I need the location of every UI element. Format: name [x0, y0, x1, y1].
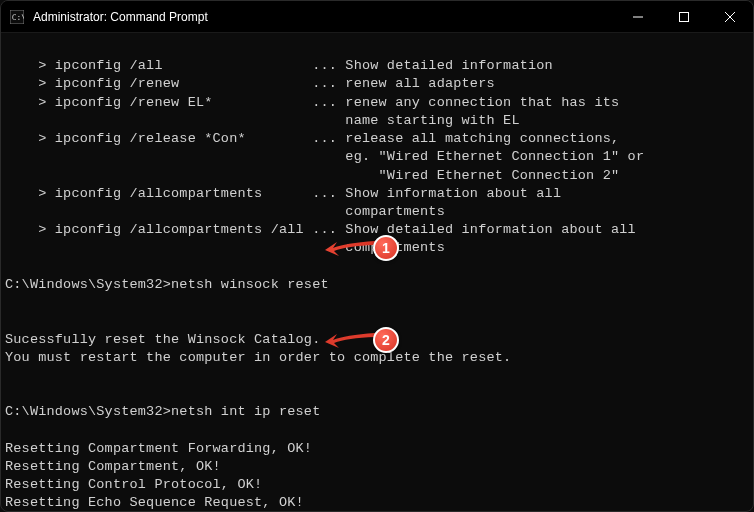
window-controls	[615, 1, 753, 32]
svg-rect-3	[680, 12, 689, 21]
minimize-button[interactable]	[615, 1, 661, 32]
terminal-content[interactable]: > ipconfig /all ... Show detailed inform…	[1, 33, 753, 512]
window-title: Administrator: Command Prompt	[33, 10, 615, 24]
command-text: netsh winsock reset	[171, 277, 329, 292]
svg-text:C:\: C:\	[12, 12, 24, 21]
window-titlebar: C:\ Administrator: Command Prompt	[1, 1, 753, 33]
output-block-1: Sucessfully reset the Winsock Catalog. Y…	[5, 312, 749, 385]
close-button[interactable]	[707, 1, 753, 32]
cmd-icon: C:\	[9, 9, 25, 25]
prompt-line-1: C:\Windows\System32>netsh winsock reset	[5, 276, 749, 294]
help-output: > ipconfig /all ... Show detailed inform…	[5, 57, 749, 257]
command-text: netsh int ip reset	[171, 404, 320, 419]
prompt-path: C:\Windows\System32>	[5, 404, 171, 419]
output-block-2: Resetting Compartment Forwarding, OK! Re…	[5, 440, 749, 512]
prompt-line-2: C:\Windows\System32>netsh int ip reset	[5, 403, 749, 421]
maximize-button[interactable]	[661, 1, 707, 32]
prompt-path: C:\Windows\System32>	[5, 277, 171, 292]
